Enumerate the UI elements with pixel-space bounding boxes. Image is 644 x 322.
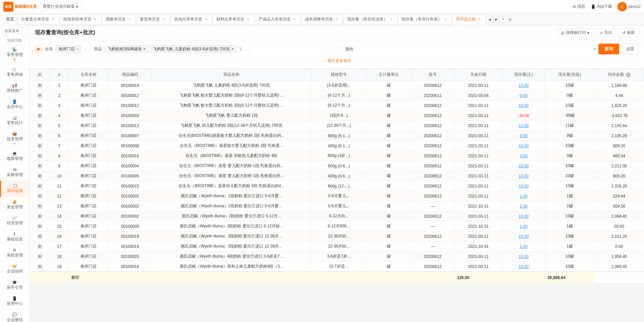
message-btn[interactable]: ✉ 消息 [573,4,585,9]
product-tag-2-close[interactable]: × [231,47,234,51]
print-btn[interactable]: 🖨 按模板打印 ▾ [557,28,593,37]
cell-qty-main-15[interactable]: 10.00 [502,231,545,241]
search-btn[interactable]: 查询 [598,44,619,54]
row-settings-icon-15[interactable]: ⚙ [37,234,43,239]
sidebar-item-basic-info[interactable]: ℹ 基础信息 [0,229,29,245]
sidebar-item-ecommerce[interactable]: 💻 电商管理 [0,149,29,165]
tab-menu-btn[interactable]: ▤ [506,16,513,23]
qty-main-link-6[interactable]: 10.00 [519,144,529,148]
sidebar-item-guide[interactable]: 🎓 新手引导 [0,277,29,293]
sidebar-item-wholesale[interactable]: 📦 批发管理 ▼ [0,129,29,149]
row-settings-icon-14[interactable]: ⚙ [37,224,43,229]
row-settings-icon-11[interactable]: ⚙ [37,194,43,199]
sidebar-item-inventory[interactable]: 📋 库存核算 [0,181,29,197]
tab-inventory-dist-close[interactable]: × [443,17,448,22]
cell-qty-main-13[interactable]: 10.00 [502,211,545,221]
cell-settings-17[interactable]: ⚙ [30,252,50,262]
tab-batch[interactable]: 库存批次账 × [452,14,486,25]
row-settings-icon-4[interactable]: ⚙ [37,123,43,128]
cell-qty-main-5[interactable]: 9.00 [502,131,545,141]
tab-fenpan-close[interactable]: × [51,17,55,22]
sidebar-item-retail-stats[interactable]: 📊 零售统计 [0,113,29,129]
qty-main-link-10[interactable]: 10.00 [519,184,529,189]
sidebar-item-system[interactable]: ⚙ 系统管理 [0,245,29,261]
row-settings-icon-2[interactable]: ⚙ [37,103,43,108]
tab-next-btn[interactable]: ▶ [493,16,500,23]
filter-expand-more[interactable]: ⋯ 展开更多条件 [35,56,639,65]
cell-settings-10[interactable]: ⚙ [30,181,50,191]
tab-inventory-status[interactable]: 现存量（库存状况表） × [343,14,397,25]
amount-info-icon[interactable]: i [626,72,631,77]
cell-settings-18[interactable]: ⚙ [30,262,50,272]
refresh-btn[interactable]: ↺ 刷新 [619,28,639,37]
sidebar-search-input[interactable] [2,28,27,34]
row-settings-icon-3[interactable]: ⚙ [37,113,43,118]
tab-home[interactable]: 首页 [3,14,17,25]
row-settings-icon-9[interactable]: ⚙ [37,173,43,179]
qty-main-link-2[interactable]: 10.00 [519,103,529,108]
org-select[interactable]: 母婴行业演示账套 ▾ [40,3,81,10]
row-settings-icon-10[interactable]: ⚙ [37,183,43,189]
app-download-btn[interactable]: 📱 App下载 [591,4,612,9]
cell-qty-main-2[interactable]: 10.00 [502,101,545,111]
qty-main-link-11[interactable]: 1.00 [520,194,527,199]
warehouse-more[interactable]: ... [84,47,87,51]
cell-qty-main-11[interactable]: 1.00 [502,191,545,201]
cell-qty-main-1[interactable]: 0.00 [502,91,545,101]
cell-qty-main-16[interactable]: 1.00 [502,241,545,252]
cell-settings-11[interactable]: ⚙ [30,191,50,201]
cell-settings-14[interactable]: ⚙ [30,221,50,231]
warehouse-tag-close[interactable]: × [76,47,78,51]
row-settings-icon-5[interactable]: ⚙ [37,133,43,139]
sidebar-quick-nav[interactable]: 快捷导航 [0,37,29,45]
qty-main-link-14[interactable]: 1.00 [520,224,527,229]
tab-yaohuo[interactable]: 要货单历史 × [136,14,170,25]
tab-cailiao-close[interactable]: × [246,17,251,22]
cell-settings-16[interactable]: ⚙ [30,241,50,252]
qty-main-link-5[interactable]: 9.00 [520,133,527,138]
qty-main-link-7[interactable]: 3.00 [520,154,527,158]
tab-inventory-dist[interactable]: 现存量（库存分布表） × [398,14,451,25]
cell-settings-5[interactable]: ⚙ [30,131,50,141]
tab-zuzhuan[interactable]: 组装拆卸单历史 × [60,14,101,25]
tab-cost[interactable]: 成本调整单历史 × [301,14,343,25]
cell-qty-main-18[interactable]: 10.00 [502,262,545,272]
qty-main-link-9[interactable]: 10.00 [519,174,529,178]
cell-settings-15[interactable]: ⚙ [30,231,50,241]
row-settings-icon-12[interactable]: ⚙ [37,204,43,209]
sidebar-item-retail-mgmt[interactable]: 🏪 零售管理 ▼ [0,45,29,64]
qty-main-link-3[interactable]: -39.00 [518,113,529,118]
product-more-dots[interactable]: ... [247,47,250,51]
cell-settings-2[interactable]: ⚙ [30,101,50,111]
table-settings-icon[interactable]: ⚙ [37,72,43,77]
cell-qty-main-3[interactable]: -39.00 [502,111,545,121]
qty-main-link-12[interactable]: 2.00 [520,204,527,209]
row-settings-icon-7[interactable]: ⚙ [37,153,43,159]
sidebar-item-operations[interactable]: 📈 经营管理 [0,213,29,229]
qty-main-link-4[interactable]: 11.00 [519,123,529,128]
col-settings[interactable]: ⚙ [30,69,50,80]
tab-yaohuo-close[interactable]: × [161,17,166,22]
row-settings-icon-8[interactable]: ⚙ [37,163,43,169]
sidebar-item-finance[interactable]: 💰 资金管理 [0,197,29,213]
tab-fenpan[interactable]: 分量盘点单历史 × [17,14,59,25]
qty-main-link-1[interactable]: 0.00 [520,93,527,98]
row-settings-icon-13[interactable]: ⚙ [37,214,43,219]
row-settings-icon-1[interactable]: ⚙ [37,93,43,98]
tab-close-all-btn[interactable]: × [500,16,506,23]
qty-main-link-15[interactable]: 10.00 [519,234,529,239]
product-more[interactable]: 飞... [238,46,246,52]
qty-main-link-18[interactable]: 10.00 [519,264,529,269]
tab-chancheng[interactable]: 产成品入库单历史 × [255,14,301,25]
sidebar-item-appstore[interactable]: 📱 应用中心 [0,293,29,310]
user-area[interactable]: E demo2 [618,2,641,11]
cell-qty-main-12[interactable]: 2.00 [502,201,545,211]
row-settings-icon-18[interactable]: ⚙ [37,264,43,269]
cell-qty-main-4[interactable]: 11.00 [502,121,545,131]
cell-qty-main-7[interactable]: 3.00 [502,151,545,161]
cell-settings-9[interactable]: ⚙ [30,171,50,181]
qty-main-link-16[interactable]: 1.00 [520,244,527,249]
qty-main-link-0[interactable]: 10.00 [519,83,529,88]
cell-qty-main-8[interactable]: 10.00 [502,161,545,171]
cell-settings-3[interactable]: ⚙ [30,111,50,121]
